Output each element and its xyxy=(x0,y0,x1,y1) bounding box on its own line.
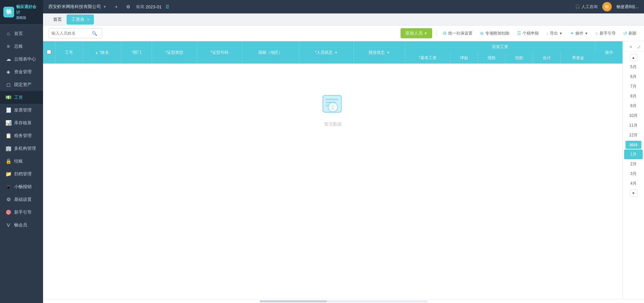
operations-arrow-icon: ▼ xyxy=(585,32,588,35)
month-item-2022-5[interactable]: 5月 xyxy=(624,62,643,72)
empty-state: :( 暂无数据 xyxy=(43,63,622,154)
status-filter-icon[interactable]: ▼ xyxy=(334,51,338,54)
guide-icon: ○ xyxy=(596,31,598,36)
col-nationality: 国籍（地区） xyxy=(242,41,299,63)
special-deduction-action[interactable]: ⊕ 专项附加扣除 xyxy=(478,29,512,38)
horizontal-scrollbar[interactable] xyxy=(260,300,428,302)
month-item-2023-1[interactable]: 1月 xyxy=(624,149,643,159)
sidebar-item-multi-org[interactable]: 🏢 多机构管理 xyxy=(0,142,43,155)
month-item-2022-6[interactable]: 6月 xyxy=(624,72,643,82)
sidebar-item-salary[interactable]: 💵 工资 xyxy=(0,91,43,104)
invoice-icon: 🧾 xyxy=(5,107,11,113)
calendar-button[interactable]: 🗓 xyxy=(163,2,172,11)
toolbar-right: 添加人员 ▼ ⚙ 统一社保设置 ⊕ 专项附加扣除 ☰ 个税申报 ↓ 导出 ▼ xyxy=(401,28,639,38)
sidebar-item-label: 税务管理 xyxy=(14,133,32,139)
sidebar-item-member[interactable]: V 畅会员 xyxy=(0,219,43,231)
toolbar: 🔍 添加人员 ▼ ⚙ 统一社保设置 ⊕ 专项附加扣除 ☰ 个税申报 ↓ 导出 xyxy=(43,26,644,41)
data-table: 工号 ▲ *姓名 *部门 *证型类型 *证型号码 xyxy=(43,41,622,63)
scrollbar-thumb[interactable] xyxy=(260,300,327,302)
guide-icon: 🎯 xyxy=(5,209,11,215)
toolbar-divider-1 xyxy=(436,30,437,36)
table-container: 工号 ▲ *姓名 *部门 *证型类型 *证型号码 xyxy=(43,41,622,299)
col-status: *人员状态 ▼ xyxy=(299,41,353,63)
tax-label: 个税申报 xyxy=(523,31,539,36)
month-item-2022-9[interactable]: 9月 xyxy=(624,101,643,111)
empty-icon: :( xyxy=(319,90,346,117)
sidebar-item-home[interactable]: ⌂ 首页 xyxy=(0,27,43,40)
month-item-2022-10[interactable]: 10月 xyxy=(624,111,643,121)
col-id-number: *证型号码 xyxy=(197,41,242,63)
operations-label: 操作 xyxy=(575,31,583,36)
sidebar-item-ledger[interactable]: ≡ 总账 xyxy=(0,40,43,53)
service-label: 人工咨询 xyxy=(581,4,598,10)
col-employee-id: 工号 xyxy=(55,41,83,63)
content-area: 工号 ▲ *姓名 *部门 *证型类型 *证型号码 xyxy=(43,41,644,299)
sidebar-item-label: 多机构管理 xyxy=(14,145,36,152)
svg-rect-1 xyxy=(326,99,338,100)
sidebar-nav: ⌂ 首页 ≡ 总账 ☁ 云报表中心 ◈ 资金管理 ◻ 固定资产 💵 工资 🧾 发… xyxy=(0,25,43,303)
fund-icon: ◈ xyxy=(5,69,11,75)
tax-report-action[interactable]: ☰ 个税申报 xyxy=(515,29,541,38)
search-box[interactable]: 🔍 xyxy=(48,28,102,38)
sidebar-item-basic-settings[interactable]: ⚙ 基础设置 xyxy=(0,193,43,206)
checkbox-header[interactable] xyxy=(43,41,55,63)
topbar-actions: + ⚙ xyxy=(112,2,133,11)
add-company-button[interactable]: + xyxy=(112,2,121,11)
sidebar-item-close-account[interactable]: 🔒 结账 xyxy=(0,155,43,168)
month-item-2023-4[interactable]: 4月 xyxy=(624,179,643,188)
sidebar-item-label: 首页 xyxy=(14,31,23,37)
social-security-icon: ⚙ xyxy=(443,31,447,36)
refresh-action[interactable]: ↺ 刷新 xyxy=(621,29,639,38)
month-item-2022-11[interactable]: 11月 xyxy=(624,121,643,130)
service-button[interactable]: 🎧 人工咨询 xyxy=(575,4,598,10)
operations-action[interactable]: ✦ 操作 ▼ xyxy=(568,29,590,38)
month-item-2023-3[interactable]: 3月 xyxy=(624,169,643,179)
month-item-2022-7[interactable]: 7月 xyxy=(624,82,643,91)
col-dept: *部门 xyxy=(121,41,152,63)
guide-action[interactable]: ○ 新手引导 xyxy=(594,29,618,38)
year-2023-label: 2023 xyxy=(626,141,641,149)
col-name: ▲ *姓名 xyxy=(83,41,121,63)
sidebar-item-inventory[interactable]: 📊 库存核算 xyxy=(0,117,43,129)
month-next-button[interactable]: ▼ xyxy=(630,189,637,197)
sidebar-item-archive[interactable]: 📁 归档管理 xyxy=(0,168,43,180)
tax-icon: ☰ xyxy=(517,31,521,36)
refresh-icon: ↺ xyxy=(623,31,627,36)
home-icon: ⌂ xyxy=(5,31,11,36)
app-logo: 畅 畅应通好会计 旗舰版 xyxy=(0,0,43,25)
tab-close-icon[interactable]: × xyxy=(87,17,89,21)
tab-salary-label: 工资表 xyxy=(71,16,84,23)
settings-button[interactable]: ⚙ xyxy=(124,2,133,11)
tab-salary[interactable]: 工资表 × xyxy=(67,14,94,25)
topbar: 西安虾米网络科技有限公司 ▼ + ⚙ 账期 2023-01 🗓 🎧 人工咨询 畅… xyxy=(43,0,644,13)
tab-home[interactable]: 首页 xyxy=(48,14,67,25)
sub-col-performance: 绩效 xyxy=(478,52,505,63)
select-all-checkbox[interactable] xyxy=(47,50,51,54)
add-person-button[interactable]: 添加人员 ▼ xyxy=(401,28,432,38)
company-selector[interactable]: 西安虾米网络科技有限公司 ▼ xyxy=(48,4,107,10)
close-account-icon: 🔒 xyxy=(5,158,11,164)
month-item-2022-8[interactable]: 8月 xyxy=(624,91,643,101)
sidebar-item-invoice[interactable]: 🧾 发票管理 xyxy=(0,104,43,117)
panel-close-button[interactable]: × xyxy=(627,43,635,51)
sidebar-item-tax[interactable]: 📋 税务管理 xyxy=(0,129,43,142)
deduction-icon: ⊕ xyxy=(480,31,484,36)
month-item-2022-12[interactable]: 12月 xyxy=(624,130,643,140)
month-prev-button[interactable]: ▲ xyxy=(630,54,637,61)
search-input[interactable] xyxy=(51,31,92,36)
sidebar-item-guide[interactable]: 🎯 新手引导 xyxy=(0,206,43,219)
sidebar-item-fixed-assets[interactable]: ◻ 固定资产 xyxy=(0,78,43,91)
sidebar-item-fund[interactable]: ◈ 资金管理 xyxy=(0,66,43,78)
sidebar-item-cloud-report[interactable]: ☁ 云报表中心 xyxy=(0,53,43,66)
sidebar-item-expense[interactable]: 📱 小畅报销 xyxy=(0,180,43,193)
month-item-2023-2[interactable]: 2月 xyxy=(624,159,643,169)
social-security-action[interactable]: ⚙ 统一社保设置 xyxy=(441,29,475,38)
report-filter-icon[interactable]: ▼ xyxy=(387,51,390,54)
sidebar-item-label: 工资 xyxy=(14,94,23,100)
export-action[interactable]: ↓ 导出 ▼ xyxy=(544,29,565,38)
tax-icon: 📋 xyxy=(5,133,11,139)
sidebar-item-label: 资金管理 xyxy=(14,69,32,75)
salary-icon: 💵 xyxy=(5,94,11,100)
panel-expand-button[interactable]: ⤢ xyxy=(635,43,643,51)
company-dropdown-arrow: ▼ xyxy=(103,5,107,9)
